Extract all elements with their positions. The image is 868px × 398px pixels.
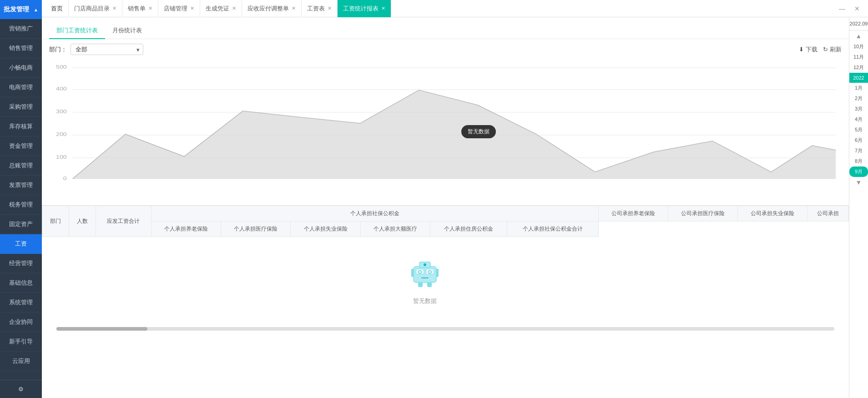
svg-point-23	[429, 271, 431, 273]
tab-close-icon[interactable]: ✕	[112, 5, 116, 11]
tab-label: 工资统计报表	[343, 5, 378, 13]
svg-text:200: 200	[56, 131, 67, 137]
sidebar-item-finance[interactable]: 资金管理	[0, 136, 42, 156]
scrollbar-container	[42, 323, 849, 336]
data-table: 部门 人数 应发工资合计 个人承担社保公积金 公司承担养老保险 公司承担医疗保险…	[42, 206, 849, 323]
dept-select[interactable]: 全部	[71, 44, 143, 55]
sidebar-item-label: 小畅电商	[9, 64, 33, 71]
col-dept: 部门	[42, 206, 69, 237]
close-button[interactable]: ✕	[852, 4, 863, 13]
dept-label: 部门：	[49, 45, 67, 54]
tab-ar-ap[interactable]: 应收应付调整单 ✕	[242, 0, 302, 17]
sub-tab-dept[interactable]: 部门工资统计表	[49, 23, 105, 39]
sidebar-item-ecommerce-small[interactable]: 小畅电商	[0, 58, 42, 78]
sidebar-item-inventory[interactable]: 库存核算	[0, 117, 42, 136]
sidebar: 批发管理 ▲ 营销推广 销售管理 小畅电商 电商管理 采购管理 库存核算 资金管…	[0, 0, 42, 398]
sidebar-item-label: 固定资产	[9, 221, 33, 227]
minimize-button[interactable]: —	[836, 4, 848, 13]
sidebar-item-label: 经营管理	[9, 260, 33, 267]
tab-close-icon[interactable]: ✕	[232, 5, 236, 11]
tab-close-icon[interactable]: ✕	[190, 5, 194, 11]
month-3[interactable]: 3月	[849, 104, 868, 114]
sidebar-item-label: 资金管理	[9, 142, 33, 149]
sidebar-item-salary[interactable]: 工资	[0, 234, 42, 254]
month-6[interactable]: 6月	[849, 135, 868, 146]
sidebar-item-cloud[interactable]: 云应用	[0, 352, 42, 371]
svg-point-22	[419, 271, 421, 273]
month-2[interactable]: 2月	[849, 93, 868, 104]
empty-row: 暂无数据	[42, 237, 849, 324]
empty-state: 暂无数据	[42, 237, 808, 323]
sidebar-item-basic-info[interactable]: 基础信息	[0, 273, 42, 293]
col-group-personal: 个人承担社保公积金	[151, 206, 598, 222]
settings-icon: ⚙	[18, 386, 24, 393]
sidebar-item-system[interactable]: 系统管理	[0, 293, 42, 312]
sidebar-item-collaboration[interactable]: 企业协同	[0, 312, 42, 332]
tab-close-icon[interactable]: ✕	[292, 5, 296, 11]
toolbar: 部门： 全部 ⬇ 下载 ↻ 刷新	[42, 39, 849, 60]
tab-label: 销售单	[128, 5, 146, 13]
tab-payroll[interactable]: 工资表 ✕	[302, 0, 338, 17]
sidebar-item-purchase[interactable]: 采购管理	[0, 97, 42, 117]
tab-label: 店铺管理	[164, 5, 187, 13]
svg-point-21	[424, 263, 426, 266]
scroll-thumb[interactable]	[56, 327, 147, 331]
col-company-other: 公司承担	[807, 206, 849, 222]
sidebar-item-invoice[interactable]: 发票管理	[0, 176, 42, 195]
month-12[interactable]: 12月	[849, 62, 868, 73]
month-5[interactable]: 5月	[849, 125, 868, 135]
refresh-icon: ↻	[823, 46, 828, 53]
tab-close-icon[interactable]: ✕	[381, 5, 385, 11]
tab-close-icon[interactable]: ✕	[148, 5, 152, 11]
top-tabbar: 首页 门店商品目录 ✕ 销售单 ✕ 店铺管理 ✕ 生成凭证 ✕ 应收应付调整单 …	[42, 0, 868, 17]
col-personal-housing: 个人承担住房公积金	[430, 222, 507, 237]
tab-store-mgmt[interactable]: 店铺管理 ✕	[158, 0, 200, 17]
sidebar-item-tax[interactable]: 税务管理	[0, 195, 42, 215]
svg-rect-18	[418, 282, 423, 287]
sub-tab-month[interactable]: 月份统计表	[105, 23, 149, 39]
tab-close-icon[interactable]: ✕	[328, 5, 332, 11]
month-7[interactable]: 7月	[849, 146, 868, 156]
tab-sales-order[interactable]: 销售单 ✕	[122, 0, 158, 17]
refresh-button[interactable]: ↻ 刷新	[823, 45, 842, 54]
sidebar-item-ecommerce[interactable]: 电商管理	[0, 78, 42, 97]
month-11[interactable]: 11月	[849, 52, 868, 62]
sidebar-item-operations[interactable]: 经营管理	[0, 254, 42, 273]
sidebar-item-marketing[interactable]: 营销推广	[0, 19, 42, 39]
sidebar-item-sales[interactable]: 销售管理	[0, 39, 42, 58]
tab-store-catalog[interactable]: 门店商品目录 ✕	[69, 0, 122, 17]
svg-text:500: 500	[56, 64, 67, 70]
year-2022[interactable]: 2022	[849, 73, 868, 83]
sub-tab-label: 月份统计表	[112, 27, 142, 34]
download-button[interactable]: ⬇ 下载	[799, 45, 818, 54]
sidebar-item-ledger[interactable]: 总账管理	[0, 156, 42, 176]
svg-text:100: 100	[56, 154, 67, 160]
nav-down-button[interactable]: ▼	[849, 177, 868, 188]
nav-up-button[interactable]: ▲	[849, 30, 868, 41]
month-8[interactable]: 8月	[849, 156, 868, 166]
sidebar-settings[interactable]: ⚙	[0, 380, 42, 398]
tab-home[interactable]: 首页	[45, 0, 69, 17]
sidebar-item-assets[interactable]: 固定资产	[0, 215, 42, 234]
sidebar-header[interactable]: 批发管理 ▲	[0, 0, 42, 19]
table-container[interactable]: 部门 人数 应发工资合计 个人承担社保公积金 公司承担养老保险 公司承担医疗保险…	[42, 205, 849, 398]
tab-label: 门店商品目录	[74, 5, 110, 13]
sidebar-item-label: 库存核算	[9, 123, 33, 130]
sidebar-item-label: 工资	[15, 240, 27, 247]
toolbar-right: ⬇ 下载 ↻ 刷新	[799, 45, 842, 54]
month-9[interactable]: 9月	[849, 166, 868, 177]
window-controls: — ✕	[836, 4, 864, 13]
svg-rect-19	[427, 282, 432, 287]
tab-label: 生成凭证	[206, 5, 229, 13]
right-panel: 2022.09 ▲ 10月 11月 12月 2022 1月 2月 3月 4月 5…	[849, 17, 868, 398]
svg-text:300: 300	[56, 109, 67, 114]
tab-voucher[interactable]: 生成凭证 ✕	[200, 0, 242, 17]
month-10[interactable]: 10月	[849, 41, 868, 52]
tab-payroll-report[interactable]: 工资统计报表 ✕	[338, 0, 391, 17]
sidebar-item-label: 税务管理	[9, 201, 33, 208]
month-1[interactable]: 1月	[849, 83, 868, 93]
horizontal-scrollbar[interactable]	[56, 327, 834, 331]
month-4[interactable]: 4月	[849, 114, 868, 125]
col-company-medical: 公司承担医疗保险	[668, 206, 737, 222]
sidebar-item-guide[interactable]: 新手引导	[0, 332, 42, 352]
